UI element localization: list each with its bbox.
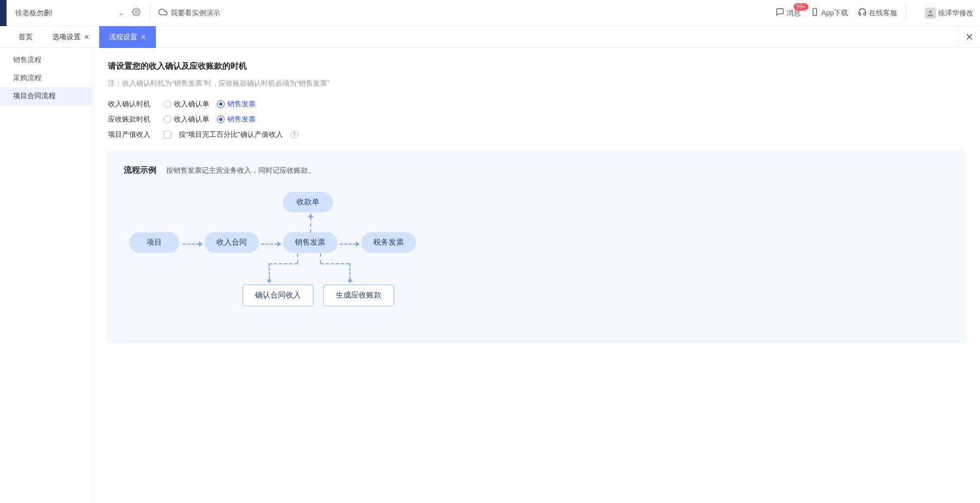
gear-icon[interactable] <box>132 8 141 18</box>
app-download-action[interactable]: App下载 <box>810 8 848 18</box>
flow-node-confirm-income: 确认合同收入 <box>243 284 313 306</box>
tabs-row: 首页 选项设置 ✕ 流程设置 ✕ ✕ <box>0 26 980 48</box>
arrow-right-icon <box>340 241 360 247</box>
headset-icon <box>858 8 867 18</box>
arrow-right-icon <box>183 241 203 247</box>
body: 销售流程 采购流程 项目合同流程 请设置您的收入确认及应收账款的时机 注：收入确… <box>0 48 980 503</box>
row-receivable: 应收账款时机 收入确认单 销售发票 <box>108 114 965 124</box>
radio-circle-icon <box>164 100 171 108</box>
svg-rect-1 <box>813 8 817 15</box>
divider <box>906 7 906 20</box>
row-label: 项目产值收入 <box>108 130 156 140</box>
tab-label: 首页 <box>19 32 33 42</box>
tab-label: 选项设置 <box>52 32 81 42</box>
row-label: 应收账款时机 <box>108 114 156 124</box>
arrow-down-icon <box>347 263 353 283</box>
org-name: 徐老板勿删! <box>15 8 53 18</box>
arrow-up-icon <box>308 214 313 233</box>
radio-income-confirm-doc[interactable]: 收入确认单 <box>164 114 209 124</box>
radio-label: 销售发票 <box>227 114 256 124</box>
row-label: 收入确认时机 <box>108 99 156 109</box>
sidebar-item-purchase-flow[interactable]: 采购流程 <box>0 69 92 87</box>
radio-sales-invoice[interactable]: 销售发票 <box>217 99 256 109</box>
help-icon[interactable]: ? <box>291 131 298 138</box>
top-bar: 徐老板勿删! ⌄ 我要看实例演示 消息 99+ App下载 在线客服 徐泽 <box>0 0 980 26</box>
radio-circle-icon <box>217 116 225 123</box>
row-income-confirm: 收入确认时机 收入确认单 销售发票 <box>108 99 965 109</box>
radio-label: 收入确认单 <box>174 114 209 124</box>
svg-point-3 <box>929 10 931 13</box>
radio-sales-invoice[interactable]: 销售发票 <box>217 114 256 124</box>
close-icon[interactable]: ✕ <box>141 33 146 41</box>
sidebar-item-project-contract-flow[interactable]: 项目合同流程 <box>0 87 92 105</box>
flow-panel: 流程示例 按销售发票记主营业务收入，同时记应收账款。 收款单 项目 收入合同 销… <box>108 151 965 342</box>
sidebar-item-label: 项目合同流程 <box>13 92 56 100</box>
content: 请设置您的收入确认及应收账款的时机 注：收入确认时机为“销售发票”时，应收账款确… <box>93 48 980 503</box>
flow-area: 收款单 项目 收入合同 销售发票 税务发票 <box>124 192 949 317</box>
user-menu[interactable]: 徐泽华修改 <box>925 8 973 19</box>
online-service-action[interactable]: 在线客服 <box>858 8 897 18</box>
tab-flow-settings[interactable]: 流程设置 ✕ <box>99 26 156 48</box>
radio-circle-icon <box>217 100 225 108</box>
phone-icon <box>810 8 819 18</box>
cloud-icon <box>159 8 167 18</box>
dash-line <box>269 263 298 264</box>
left-app-stripe <box>0 0 7 26</box>
row-project-output: 项目产值收入 按“项目完工百分比”确认产值收入 ? <box>108 130 965 140</box>
chevron-down-icon: ⌄ <box>118 9 124 17</box>
flow-node-receipt: 收款单 <box>283 192 333 213</box>
radio-label: 收入确认单 <box>174 99 209 109</box>
svg-point-0 <box>135 11 137 13</box>
tab-label: 流程设置 <box>109 32 137 42</box>
message-badge: 99+ <box>794 3 808 10</box>
flow-node-tax-invoice: 税务发票 <box>361 232 416 253</box>
dash-line <box>320 253 321 263</box>
checkbox-project-percent[interactable] <box>164 131 171 138</box>
radio-income-confirm-doc[interactable]: 收入确认单 <box>164 99 209 109</box>
arrow-right-icon <box>261 241 281 247</box>
tab-home[interactable]: 首页 <box>9 26 43 48</box>
online-service-label: 在线客服 <box>869 8 897 18</box>
radio-circle-icon <box>164 116 171 123</box>
arrow-down-icon <box>267 263 272 283</box>
flow-desc: 按销售发票记主营业务收入，同时记应收账款。 <box>166 166 315 175</box>
divider <box>149 7 150 20</box>
page-title: 请设置您的收入确认及应收账款的时机 <box>108 61 965 71</box>
org-selector[interactable]: 徐老板勿删! ⌄ <box>11 8 129 18</box>
sidebar-item-sales-flow[interactable]: 销售流程 <box>0 51 92 69</box>
tab-option-settings[interactable]: 选项设置 ✕ <box>43 26 99 48</box>
dash-line <box>297 253 298 263</box>
close-all-tabs[interactable]: ✕ <box>958 26 973 48</box>
flow-node-project: 项目 <box>129 232 179 253</box>
avatar-icon <box>925 8 936 19</box>
sidebar-item-label: 采购流程 <box>13 74 41 82</box>
flow-node-gen-receivable: 生成应收账款 <box>323 284 394 306</box>
demo-link-label: 我要看实例演示 <box>171 8 220 18</box>
radio-label: 销售发票 <box>227 99 256 109</box>
flow-title: 流程示例 <box>124 165 156 175</box>
checkbox-label: 按“项目完工百分比”确认产值收入 <box>179 130 283 140</box>
app-download-label: App下载 <box>821 8 848 18</box>
flow-header: 流程示例 按销售发票记主营业务收入，同时记应收账款。 <box>124 165 949 175</box>
page-note: 注：收入确认时机为“销售发票”时，应收账款确认时机必须为“销售发票” <box>108 79 965 88</box>
sidebar-item-label: 销售流程 <box>13 56 41 64</box>
user-name: 徐泽华修改 <box>938 8 973 18</box>
flow-node-income-contract: 收入合同 <box>204 232 259 253</box>
message-icon <box>776 8 784 18</box>
message-action[interactable]: 消息 99+ <box>776 8 801 18</box>
flow-node-sales-invoice: 销售发票 <box>283 232 337 253</box>
close-icon[interactable]: ✕ <box>84 33 89 41</box>
sidebar: 销售流程 采购流程 项目合同流程 <box>0 48 93 503</box>
demo-link[interactable]: 我要看实例演示 <box>159 8 220 18</box>
dash-line <box>320 263 349 264</box>
